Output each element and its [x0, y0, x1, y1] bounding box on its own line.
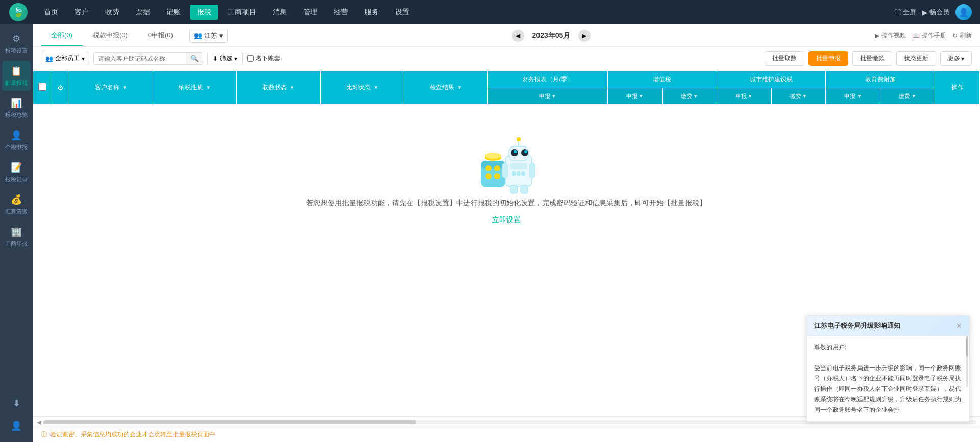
nav-item-settings[interactable]: 设置 [388, 5, 416, 20]
svg-point-4 [485, 173, 492, 179]
nav-item-accounting[interactable]: 记账 [159, 5, 188, 20]
batch-pay-button[interactable]: 批量缴款 [852, 51, 892, 66]
setup-link[interactable]: 立即设置 [492, 215, 521, 225]
user-avatar[interactable]: 👤 [955, 4, 972, 20]
nav-item-service[interactable]: 服务 [357, 5, 386, 20]
employee-selector[interactable]: 👥 全部员工 ▾ [41, 52, 89, 65]
fullscreen-label: 全屏 [903, 8, 916, 17]
svg-rect-1 [481, 161, 505, 169]
province-selector[interactable]: 👥 江苏 ▾ [189, 29, 228, 43]
manual-label: 操作手册 [922, 31, 946, 40]
nav-item-operation[interactable]: 经营 [327, 5, 355, 20]
svg-rect-17 [530, 163, 535, 178]
nav-item-invoice[interactable]: 票据 [129, 5, 157, 20]
batch-declare-button[interactable]: 批量申报 [808, 51, 848, 66]
nav-item-tax[interactable]: 报税 [190, 5, 218, 20]
th-gear: ⚙ [52, 71, 69, 105]
sidebar-item-tax-records[interactable]: 📝 报税记录 [2, 157, 31, 187]
vip-label: 畅会员 [929, 8, 949, 17]
prev-month-button[interactable]: ◀ [512, 30, 524, 42]
sidebar-item-annual-report[interactable]: 🏢 工商年报 [2, 222, 31, 252]
gear-icon[interactable]: ⚙ [57, 84, 64, 92]
annual-settlement-icon: 💰 [10, 193, 22, 206]
th-vat-declare-filter: ▼ [639, 93, 644, 99]
nav-item-message[interactable]: 消息 [265, 5, 294, 20]
nav-item-business[interactable]: 工商项目 [220, 5, 263, 20]
tab-tax-declare[interactable]: 税款申报(0) [83, 26, 138, 46]
toolbar-right: 批量取数 批量申报 批量缴款 状态更新 更多 ▾ [765, 51, 972, 66]
th-vat: 增值税 [607, 71, 717, 88]
user-icon: 👤 [10, 420, 22, 432]
sub-account-checkbox-label[interactable]: 名下账套 [247, 54, 280, 63]
province-icon: 👥 [194, 32, 202, 39]
refresh-link[interactable]: ↻ 刷新 [952, 31, 972, 40]
tab-all[interactable]: 全部(0) [41, 26, 83, 46]
notification-scrollbar [966, 336, 968, 387]
employee-select-label: 全部员工 [55, 54, 80, 63]
fullscreen-button[interactable]: ⛶ 全屏 [894, 8, 916, 17]
nav-item-customer[interactable]: 客户 [67, 5, 96, 20]
tax-records-icon: 📝 [10, 161, 22, 174]
svg-point-12 [514, 150, 517, 153]
sidebar-label-annual-report: 工商年报 [5, 240, 28, 248]
chevron-down-icon3: ▾ [961, 55, 964, 62]
th-fetch-status-filter-icon: ▼ [289, 85, 295, 90]
nav-menu: 首页 客户 收费 票据 记账 报税 工商项目 消息 管理 经营 服务 设置 [37, 5, 894, 20]
avatar-icon: 👤 [959, 8, 969, 17]
manual-link[interactable]: 📖 操作手册 [912, 31, 946, 40]
tab-tax-declare-count: (0) [119, 31, 128, 39]
status-bar-text: 验证账密、采集信息均成功的企业才会流转至批量报税页面中 [50, 430, 215, 439]
more-button[interactable]: 更多 ▾ [940, 51, 972, 66]
th-vat-pay-filter: ▼ [693, 93, 698, 99]
sidebar-item-batch-tax[interactable]: 📋 批量报税 [2, 61, 31, 91]
tab-all-label: 全部 [51, 31, 64, 39]
vip-button[interactable]: ▶ 畅会员 [922, 8, 949, 17]
video-tutorial-link[interactable]: ▶ 操作视频 [875, 31, 906, 40]
sidebar-label-annual-settlement: 汇算清缴 [5, 208, 28, 215]
search-button[interactable]: 🔍 [186, 53, 203, 64]
sidebar-item-personal-tax[interactable]: 👤 个税申报 [2, 125, 31, 155]
nav-item-billing[interactable]: 收费 [98, 5, 127, 20]
filter-label: 筛选 [220, 54, 232, 63]
th-fetch-status: 取数状态 ▼ [237, 71, 321, 105]
th-edu-declare-filter: ▼ [856, 93, 862, 99]
tax-settings-icon: ⚙ [10, 33, 22, 45]
th-city-tax-declare: 申报▼ [717, 88, 771, 105]
tab-bar-right: ▶ 操作视频 📖 操作手册 ↻ 刷新 [875, 31, 972, 40]
notification-close-button[interactable]: ✕ [956, 322, 962, 330]
more-label: 更多 [948, 54, 960, 63]
select-all-checkbox[interactable] [38, 83, 46, 91]
month-navigation: ◀ 2023年05月 ▶ [512, 30, 591, 42]
nav-item-home[interactable]: 首页 [37, 5, 65, 20]
th-compare-status: 比对状态 ▼ [321, 71, 404, 105]
sidebar-item-user[interactable]: 👤 [2, 415, 31, 436]
refresh-label: 刷新 [960, 31, 972, 40]
nav-item-management[interactable]: 管理 [296, 5, 325, 20]
sidebar-item-tax-overview[interactable]: 📊 报税总览 [2, 93, 31, 123]
empty-state-cell: 若您想使用批量报税功能，请先在【报税设置】中进行报税的初始化设置，完成密码验证和… [33, 105, 980, 256]
scroll-left-arrow[interactable]: ◀ [37, 419, 41, 426]
scrollbar-thumb[interactable] [43, 420, 416, 424]
sub-account-checkbox[interactable] [247, 55, 254, 62]
search-input[interactable] [94, 53, 186, 64]
th-vat-declare: 申报▼ [607, 88, 662, 105]
sidebar-label-batch-tax: 批量报税 [5, 79, 28, 87]
tab-zero-declare[interactable]: 0申报(0) [138, 26, 183, 46]
fullscreen-icon: ⛶ [894, 9, 901, 16]
th-city-tax-declare-filter: ▼ [748, 93, 753, 99]
sidebar-item-tax-settings[interactable]: ⚙ 报税设置 [2, 29, 31, 59]
refresh-icon: ↻ [952, 32, 958, 39]
sidebar-item-annual-settlement[interactable]: 💰 汇算清缴 [2, 189, 31, 219]
notification-scrollbar-thumb[interactable] [966, 336, 968, 357]
svg-point-13 [524, 150, 527, 153]
svg-point-22 [517, 171, 521, 176]
filter-button[interactable]: ⬇ 筛选 ▾ [207, 52, 243, 65]
app-logo[interactable]: 🍃 [8, 2, 29, 22]
batch-fetch-button[interactable]: 批量取数 [765, 51, 804, 66]
sidebar-item-download[interactable]: ⬇ [2, 393, 31, 413]
status-update-button[interactable]: 状态更新 [896, 51, 936, 66]
chevron-down-icon2: ▾ [234, 55, 237, 62]
sidebar: ⚙ 报税设置 📋 批量报税 📊 报税总览 👤 个税申报 📝 报税记录 💰 汇算清… [0, 24, 33, 442]
tab-tax-declare-label: 税款申报 [93, 31, 119, 39]
next-month-button[interactable]: ▶ [578, 30, 591, 42]
